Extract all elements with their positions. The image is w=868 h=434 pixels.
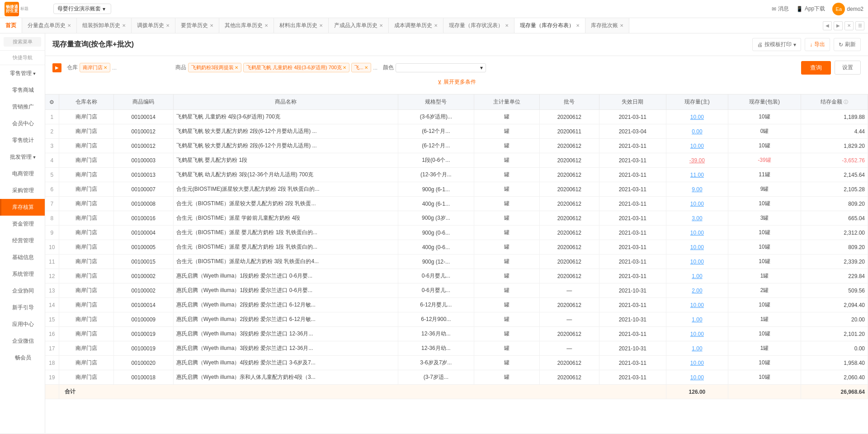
tab-diaobo-close[interactable]: ✕ <box>166 23 170 28</box>
tab-qita-close[interactable]: ✕ <box>264 23 268 28</box>
color-input[interactable]: ▾ <box>396 63 486 72</box>
tab-cailiao[interactable]: 材料出库单历史 ✕ <box>274 18 329 33</box>
cell-qty-main[interactable]: 10.00 <box>666 139 728 153</box>
settings-btn[interactable]: 设置 <box>835 61 861 75</box>
sidebar-item-ecommerce[interactable]: 电商管理 <box>0 165 45 182</box>
sidebar-item-appcenter[interactable]: 应用中心 <box>0 316 45 333</box>
goods-tag-3[interactable]: 飞... ✕ <box>351 63 371 72</box>
tab-prev-btn[interactable]: ◀ <box>823 21 832 30</box>
goods-tag-3-remove[interactable]: ✕ <box>364 65 368 70</box>
cell-qty-main[interactable]: 1.00 <box>666 312 728 327</box>
search-menu-btn[interactable]: 搜索菜单 <box>4 37 41 47</box>
cell-qty-main[interactable]: 10.00 <box>666 110 728 124</box>
sidebar-item-wholesale[interactable]: 批发管理 ▼ <box>0 149 45 165</box>
tab-yaohuo[interactable]: 要货单历史 ✕ <box>175 18 219 33</box>
tab-close-current-btn[interactable]: ✕ <box>844 21 854 30</box>
refresh-btn[interactable]: ↻ 刷新 <box>834 38 861 51</box>
tab-next-btn[interactable]: ▶ <box>834 21 843 30</box>
shortcut-nav-btn[interactable]: 快捷导航 <box>4 54 41 61</box>
messages-btn[interactable]: ✉ 消息 <box>772 5 789 13</box>
expand-more-btn[interactable]: ⊻ 展开更多条件 <box>52 78 861 86</box>
cell-qty-main[interactable]: 11.00 <box>666 168 728 182</box>
warehouse-more-icon[interactable]: ... <box>112 65 117 71</box>
sidebar-item-system[interactable]: 系统管理 <box>0 266 45 283</box>
amount-info-icon[interactable]: ⓘ <box>844 99 848 105</box>
sidebar-item-retail-mgmt[interactable]: 零售管理 ▼ <box>0 65 45 82</box>
sidebar-item-vip[interactable]: 畅会员 <box>0 349 45 366</box>
cell-code: 00100016 <box>113 211 173 226</box>
cell-qty-main[interactable]: 10.00 <box>666 240 728 255</box>
app-download-btn[interactable]: 📱 App下载 <box>796 5 825 13</box>
tab-xiancun2[interactable]: 现存量（库存分布表） ✕ <box>514 18 585 33</box>
tab-chengben[interactable]: 成本调整单历史 ✕ <box>389 18 443 33</box>
cell-qty-main[interactable]: 10.00 <box>666 356 728 370</box>
col-settings-icon[interactable]: ⚙ <box>45 94 59 110</box>
goods-tag-2[interactable]: 飞鹤星飞帆 儿童奶粉 4段(3-6岁适用) 700克 ✕ <box>243 63 349 72</box>
cell-qty-main[interactable]: 10.00 <box>666 255 728 269</box>
warehouse-tag-nanpan[interactable]: 南岸门店 ✕ <box>80 63 110 72</box>
cell-qty-main[interactable]: 3.00 <box>666 211 728 226</box>
tab-zuchai-close[interactable]: ✕ <box>122 23 126 28</box>
query-btn[interactable]: 查询 <box>801 61 831 75</box>
cell-qty-main[interactable]: 10.00 <box>666 226 728 240</box>
user-profile[interactable]: Ea demo2 <box>832 3 863 15</box>
cell-qty-main[interactable]: -39.00 <box>666 153 728 168</box>
tab-kupizhang-close[interactable]: ✕ <box>620 23 623 28</box>
tab-qita[interactable]: 其他出库单历史 ✕ <box>219 18 274 33</box>
goods-more-icon[interactable]: ... <box>373 65 377 71</box>
cell-qty-main[interactable]: 2.00 <box>666 283 728 298</box>
tab-menu-btn[interactable]: ☰ <box>855 21 864 30</box>
cell-qty-main[interactable]: 1.00 <box>666 341 728 356</box>
table-row: 5 南岸门店 00100013 飞鹤星飞帆 幼儿配方奶粉 3段(12-36个月幼… <box>45 168 868 182</box>
tab-yaohuo-close[interactable]: ✕ <box>210 23 213 28</box>
sidebar-item-member[interactable]: 会员中心 <box>0 115 45 132</box>
goods-tag-1[interactable]: 飞鹤奶粉3段两提装 ✕ <box>188 63 241 72</box>
sidebar-item-retail-mall[interactable]: 零售商城 <box>0 82 45 99</box>
cell-qty-main[interactable]: 0.00 <box>666 124 728 139</box>
cell-expire: 2021-03-04 <box>599 124 666 139</box>
tab-xiancun2-close[interactable]: ✕ <box>576 23 580 28</box>
cell-qty-main[interactable]: 10.00 <box>666 327 728 341</box>
sidebar-item-enterprise-wx[interactable]: 企业微信 <box>0 333 45 349</box>
goods-tag-2-remove[interactable]: ✕ <box>343 65 346 70</box>
tab-chengben-close[interactable]: ✕ <box>434 23 438 28</box>
sidebar-item-retail-stats[interactable]: 零售统计 <box>0 132 45 149</box>
tab-cailiao-close[interactable]: ✕ <box>319 23 323 28</box>
cell-warehouse: 南岸门店 <box>59 312 113 327</box>
sidebar-item-enterprise[interactable]: 企业协同 <box>0 283 45 299</box>
cell-name: 飞鹤星飞帆 较大婴儿配方奶粉 2段(6-12个月婴幼儿适用) ... <box>173 139 398 153</box>
tab-yaohuo-label: 要货单历史 <box>181 22 208 29</box>
sidebar-item-purchase[interactable]: 采购管理 <box>0 182 45 199</box>
tab-kupizhang[interactable]: 库存批次账 ✕ <box>585 18 629 33</box>
cell-qty-main[interactable]: 9.00 <box>666 182 728 197</box>
cell-qty-main[interactable]: 10.00 <box>666 197 728 211</box>
cell-qty-main[interactable]: 10.00 <box>666 298 728 312</box>
cell-qty-main[interactable]: 1.00 <box>666 269 728 283</box>
expand-arrow-btn[interactable]: ▶ <box>52 63 61 72</box>
tab-home[interactable]: 首页 <box>0 18 22 33</box>
tab-xiancun1[interactable]: 现存量（库存状况表） ✕ <box>443 18 514 33</box>
sidebar-item-operations[interactable]: 经营管理 <box>0 232 45 249</box>
warehouse-tag-remove[interactable]: ✕ <box>104 65 107 70</box>
content-area: 现存量查询(按仓库+批次) 🖨 按模板打印 ▾ ↓ 导出 ↻ 刷新 <box>45 33 868 433</box>
sidebar-item-inventory[interactable]: 库存核算 <box>0 199 45 216</box>
tab-fenpan-close[interactable]: ✕ <box>67 23 71 28</box>
sidebar-item-basics[interactable]: 基础信息 <box>0 249 45 266</box>
account-selector[interactable]: 母婴行业演示账套 ▾ <box>53 4 111 14</box>
tab-zuchai[interactable]: 组装拆卸单历史 ✕ <box>77 18 132 33</box>
tab-fenpan[interactable]: 分量盘点单历史 ✕ <box>22 18 77 33</box>
goods-tag-1-remove[interactable]: ✕ <box>235 65 238 70</box>
sidebar-wholesale-label: 批发管理 <box>10 153 32 161</box>
export-btn[interactable]: ↓ 导出 <box>805 38 830 51</box>
sidebar-item-guide[interactable]: 新手引导 <box>0 299 45 316</box>
cell-qty-main[interactable]: 10.00 <box>666 370 728 385</box>
tab-diaobo[interactable]: 调拨单历史 ✕ <box>132 18 175 33</box>
tab-chanpin[interactable]: 产成品入库单历史 ✕ <box>329 18 389 33</box>
tab-chanpin-close[interactable]: ✕ <box>379 23 383 28</box>
cell-spec: 900g (0-6... <box>398 226 474 240</box>
app-download-label: App下载 <box>805 5 825 13</box>
sidebar-item-finance[interactable]: 资金管理 <box>0 216 45 232</box>
sidebar-item-marketing[interactable]: 营销推广 <box>0 99 45 115</box>
tab-xiancun1-close[interactable]: ✕ <box>505 23 509 28</box>
print-btn[interactable]: 🖨 按模板打印 ▾ <box>752 38 801 51</box>
